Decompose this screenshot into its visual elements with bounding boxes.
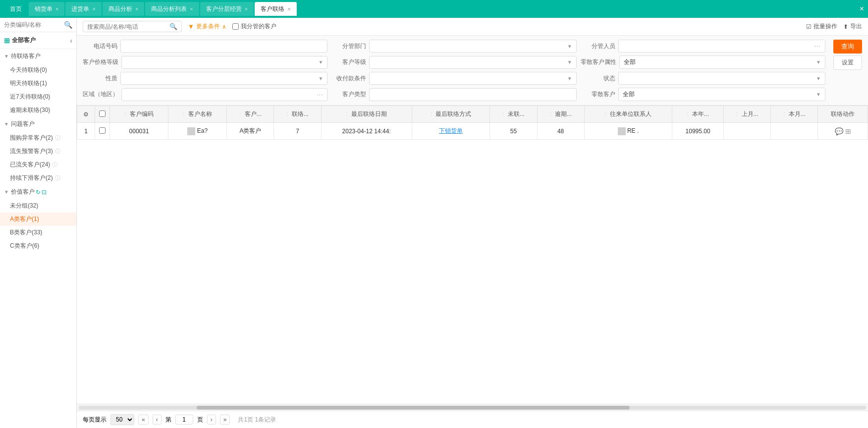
payment-select[interactable]: ▼ [369,72,576,85]
manager-select[interactable]: ··· [618,40,825,53]
nature-arrow-icon: ▼ [318,76,323,81]
select-all-checkbox[interactable] [99,110,106,117]
sidebar-item-churn-warning[interactable]: 流失预警客户(3) ⓘ [0,145,76,158]
row-last-month [724,123,771,140]
go-first-btn[interactable]: « [138,415,149,425]
retail-attr-select[interactable]: 全部 ▼ [619,55,825,69]
export-icon: ⬆ [843,23,848,30]
more-conditions-btn[interactable]: ▼ 更多条件 ∧ [188,22,226,31]
sidebar-item-declining[interactable]: 持续下滑客户(2) ⓘ [0,171,76,185]
settings-button[interactable]: 设置 [833,55,862,70]
col-name-label: 客户名称 [188,110,212,117]
sidebar-item-churned[interactable]: 已流失客户(24) ⓘ [0,158,76,171]
batch-op-btn[interactable]: ☑ 批量操作 [806,22,837,31]
prev-btn[interactable]: ‹ [153,415,162,425]
pending-arrow-icon: ▼ [4,54,9,59]
sidebar-item-b-class[interactable]: B类客户(33) [0,226,76,239]
next-btn[interactable]: › [207,415,216,425]
my-customers-checkbox[interactable] [232,23,239,30]
cust-level-select[interactable]: ▼ [369,56,576,69]
col-contact: : 联络... [274,106,321,123]
nature-select[interactable]: ▼ [120,72,327,85]
nav-tab-analysis[interactable]: 商品分析 × [103,2,144,16]
section-problem-header[interactable]: ▼ 问题客户 [0,117,76,131]
sidebar-search-wrap: 🔍 [0,18,76,32]
region-label: 区域（地区） [83,90,118,99]
table-row: 1 000031 Ea? A类客户 [77,123,868,140]
section-value-header[interactable]: ▼ 价值客户 ↻ ⊡ [0,185,76,199]
manager-dots-icon: ··· [814,43,821,50]
go-last-btn[interactable]: » [220,415,230,425]
col-settings[interactable]: ⚙ [77,106,95,123]
sidebar-item-a-class[interactable]: A类客户(1) [0,213,76,226]
col-actions-label: 联络动作 [831,110,855,117]
table-settings-gear-icon[interactable]: ⚙ [83,111,89,118]
analysis-list-label: 商品分析列表 [151,5,187,13]
sidebar-item-today[interactable]: 今天待联络(0) [0,63,76,77]
sidebar-search-input[interactable] [4,21,64,28]
phone-input[interactable] [120,40,327,53]
sidebar-item-7days[interactable]: 近7天待联络(0) [0,90,76,104]
value-refresh-icon[interactable]: ↻ [36,189,41,196]
row-index: 1 [77,123,95,140]
filter-phone: 电话号码 [83,40,327,53]
sidebar-all-customers[interactable]: ⊞ 全部客户 ‹ [0,32,76,49]
row-checkbox[interactable] [99,127,106,134]
my-customers-label: 我分管的客户 [241,22,276,31]
last-method-val[interactable]: 下销货单 [439,127,463,134]
search-wrap: 🔍 [83,21,182,32]
grid-action-icon[interactable]: ⊞ [845,127,851,135]
nav-tab-customer-tier[interactable]: 客户分层经营 × [200,2,254,16]
close-analysis-list-icon[interactable]: × [190,6,193,12]
nav-tab-analysis-list[interactable]: 商品分析列表 × [145,2,199,16]
nav-tab-sales[interactable]: 销货单 × [29,2,64,16]
col-method-label: 最后联络方式 [435,110,471,117]
col-checkbox [95,106,110,123]
value-add-icon[interactable]: ⊡ [42,189,47,196]
page-size-select[interactable]: 50 [110,414,134,425]
price-level-select[interactable]: ▼ [121,56,327,69]
region-select[interactable]: ··· [121,88,327,101]
nav-tab-purchase[interactable]: 进货单 × [65,2,101,16]
retail-cust-label: 零散客户 [581,90,615,99]
section-pending-header[interactable]: ▼ 待联络客户 [0,49,76,63]
export-btn[interactable]: ⬆ 导出 [843,22,862,31]
close-sales-icon[interactable]: × [55,6,58,12]
sidebar-item-tomorrow[interactable]: 明天待联络(1) [0,77,76,90]
overdue-label: 逾期未联络(30) [10,106,50,114]
sidebar-collapse-btn[interactable]: ‹ [70,37,72,45]
toolbar-search-icon[interactable]: 🔍 [169,23,177,30]
payment-arrow-icon: ▼ [567,76,572,81]
close-all-btn[interactable]: × [860,4,864,13]
nav-tab-home[interactable]: 首页 [4,2,28,16]
sidebar-item-hoarding[interactable]: 囤购异常客户(2) ⓘ [0,131,76,145]
sidebar-item-c-class[interactable]: C类客户(6) [0,239,76,253]
filter-retail-attr: 零散客户属性 全部 ▼ [581,55,825,69]
query-button[interactable]: 查询 [833,40,862,54]
close-customer-tier-icon[interactable]: × [245,6,248,12]
retail-cust-select[interactable]: 全部 ▼ [618,88,825,101]
toolbar-right: ☑ 批量操作 ⬆ 导出 [806,22,862,31]
chat-action-icon[interactable]: 💬 [835,127,843,135]
col-ty-label: 本年... [692,110,709,117]
nav-tab-customer-contact[interactable]: 客户联络 × [255,2,296,16]
close-analysis-icon[interactable]: × [135,6,138,12]
sidebar-search-icon[interactable]: 🔍 [64,21,72,29]
close-customer-contact-icon[interactable]: × [287,6,290,12]
sidebar-item-ungroup[interactable]: 未分组(32) [0,199,76,213]
status-select[interactable]: ▼ [618,72,825,85]
a-class-label: A类客户(1) [10,215,39,223]
close-purchase-icon[interactable]: × [92,6,95,12]
b-class-label: B类客户(33) [10,228,42,237]
customer-name: Ea [197,127,205,134]
search-input[interactable] [87,23,166,30]
horizontal-scrollbar[interactable] [77,404,868,411]
region-dots-icon: ··· [317,91,323,98]
sidebar: 🔍 ⊞ 全部客户 ‹ ▼ 待联络客户 今天待联络(0) 明天待联络(1) 近7天… [0,18,77,428]
this-year-val: 10995.00 [686,128,710,135]
cust-type-select[interactable] [369,88,576,101]
sidebar-item-overdue[interactable]: 逾期未联络(30) [0,104,76,117]
my-customers-check[interactable]: 我分管的客户 [232,22,276,31]
dept-select[interactable]: ▼ [369,40,576,53]
page-input[interactable] [175,415,193,425]
